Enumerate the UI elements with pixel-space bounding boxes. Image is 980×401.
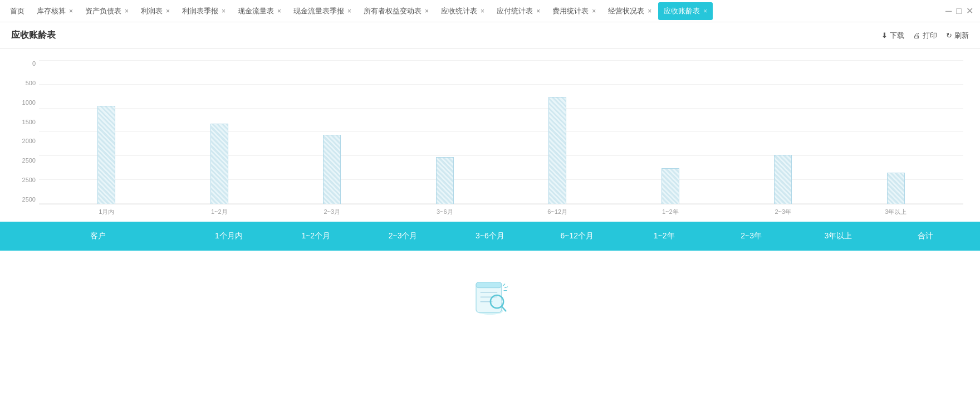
bar [887, 173, 905, 204]
page-header: 应收账龄表 ⬇ 下载 🖨 打印 ↻ 刷新 [0, 22, 980, 49]
tab-ar-aging[interactable]: 应收账龄表 × [658, 2, 713, 20]
refresh-label: 刷新 [954, 31, 969, 41]
chart-plot [39, 60, 963, 204]
tab-operation[interactable]: 经营状况表 × [602, 2, 657, 20]
y-axis: 2500 2500 2500 2000 1500 1000 500 0 [17, 60, 39, 216]
table-column-header: 3年以上 [795, 222, 881, 251]
bar [323, 135, 341, 204]
print-label: 打印 [923, 31, 937, 41]
x-axis-label: 2~3年 [766, 208, 800, 216]
x-axis-label: 1~2年 [654, 208, 687, 216]
print-button[interactable]: 🖨 打印 [913, 31, 937, 41]
tab-home[interactable]: 首页 [4, 2, 30, 20]
close-icon[interactable]: × [425, 8, 429, 14]
close-icon[interactable]: × [166, 8, 170, 14]
maximize-button[interactable]: □ [956, 6, 962, 16]
bar [548, 97, 566, 204]
close-icon[interactable]: × [536, 8, 540, 14]
y-label-7: 0 [17, 60, 39, 67]
y-label-4: 1500 [17, 119, 39, 125]
tab-profit-quarterly-label: 利润表季报 [182, 6, 218, 16]
tab-ar-stats-label: 应收统计表 [441, 6, 477, 16]
x-axis-label: 3年以上 [879, 208, 913, 216]
close-icon[interactable]: × [69, 8, 73, 14]
tab-expense-stats-label: 费用统计表 [552, 6, 589, 16]
bar-group [548, 97, 566, 204]
tab-ap-stats[interactable]: 应付统计表 × [491, 2, 546, 20]
table-column-header: 6~12个月 [533, 222, 620, 251]
table-column-header: 1~2年 [621, 222, 708, 251]
y-label-1: 2500 [17, 177, 39, 183]
tab-ap-stats-label: 应付统计表 [497, 6, 533, 16]
page-title: 应收账龄表 [11, 30, 56, 41]
tab-profit-quarterly[interactable]: 利润表季报 × [177, 2, 231, 20]
tab-profit[interactable]: 利润表 × [135, 2, 175, 20]
window-actions: ─ □ ✕ [945, 6, 976, 16]
tab-balance-sheet-label: 资产负债表 [85, 6, 121, 16]
bar [97, 106, 115, 204]
tab-operation-label: 经营状况表 [608, 6, 644, 16]
tab-profit-label: 利润表 [141, 6, 163, 16]
svg-line-9 [503, 284, 504, 286]
empty-state [0, 251, 980, 340]
bar [661, 168, 679, 204]
tab-cashflow-quarterly-label: 现金流量表季报 [293, 6, 344, 16]
bar-group [661, 168, 679, 204]
tab-expense-stats[interactable]: 费用统计表 × [547, 2, 601, 20]
bar [774, 155, 792, 204]
tab-bar: 首页 库存核算 × 资产负债表 × 利润表 × 利润表季报 × 现金流量表 × … [0, 0, 980, 22]
y-label-6: 500 [17, 80, 39, 86]
x-axis-label: 1月内 [90, 208, 123, 216]
table-column-header: 1~2个月 [272, 222, 359, 251]
chart-area: 2500 2500 2500 2000 1500 1000 500 0 [0, 49, 980, 222]
tab-equity-label: 所有者权益变动表 [364, 6, 422, 16]
close-icon[interactable]: × [592, 8, 596, 14]
tab-equity[interactable]: 所有者权益变动表 × [358, 2, 434, 20]
print-icon: 🖨 [913, 31, 920, 40]
x-axis-label: 1~2月 [203, 208, 236, 216]
y-label-2: 2500 [17, 157, 39, 164]
bar-group [774, 155, 792, 204]
minimize-button[interactable]: ─ [945, 6, 952, 16]
bar-group [436, 157, 454, 204]
x-axis-labels: 1月内1~2月2~3月3~6月6~12月1~2年2~3年3年以上 [39, 204, 963, 216]
close-icon[interactable]: × [648, 8, 651, 14]
tab-inventory[interactable]: 库存核算 × [31, 2, 79, 20]
tab-inventory-label: 库存核算 [37, 6, 66, 16]
page-actions: ⬇ 下载 🖨 打印 ↻ 刷新 [881, 31, 969, 41]
empty-icon [462, 273, 518, 317]
y-label-0: 2500 [17, 196, 39, 203]
refresh-button[interactable]: ↻ 刷新 [946, 31, 969, 41]
download-button[interactable]: ⬇ 下载 [881, 31, 904, 41]
bar-group [210, 124, 228, 204]
bar [210, 124, 228, 204]
svg-point-7 [492, 297, 502, 306]
bar [436, 157, 454, 204]
close-icon[interactable]: × [222, 8, 226, 14]
bar-group [323, 135, 341, 204]
close-icon[interactable]: × [125, 8, 129, 14]
refresh-icon: ↻ [946, 31, 952, 40]
tab-ar-stats[interactable]: 应收统计表 × [435, 2, 490, 20]
table-column-header: 1个月内 [185, 222, 272, 251]
x-axis-label: 2~3月 [315, 208, 349, 216]
tab-balance-sheet[interactable]: 资产负债表 × [80, 2, 134, 20]
close-icon[interactable]: × [703, 8, 707, 14]
y-label-5: 1000 [17, 99, 39, 106]
chart-inner: 1月内1~2月2~3月3~6月6~12月1~2年2~3年3年以上 [39, 60, 963, 216]
download-label: 下载 [890, 31, 904, 41]
table-column-header: 合计 [882, 222, 969, 251]
svg-line-10 [505, 287, 508, 288]
close-icon[interactable]: × [347, 8, 351, 14]
bar-group [887, 173, 905, 204]
tab-cashflow[interactable]: 现金流量表 × [232, 2, 287, 20]
download-icon: ⬇ [881, 31, 888, 40]
tab-home-label: 首页 [10, 6, 24, 16]
close-button[interactable]: ✕ [966, 6, 973, 16]
y-label-3: 2000 [17, 138, 39, 144]
table-column-header: 2~3年 [708, 222, 795, 251]
close-icon[interactable]: × [481, 8, 484, 14]
main-content: 2500 2500 2500 2000 1500 1000 500 0 [0, 49, 980, 401]
close-icon[interactable]: × [277, 8, 281, 14]
tab-cashflow-quarterly[interactable]: 现金流量表季报 × [288, 2, 357, 20]
